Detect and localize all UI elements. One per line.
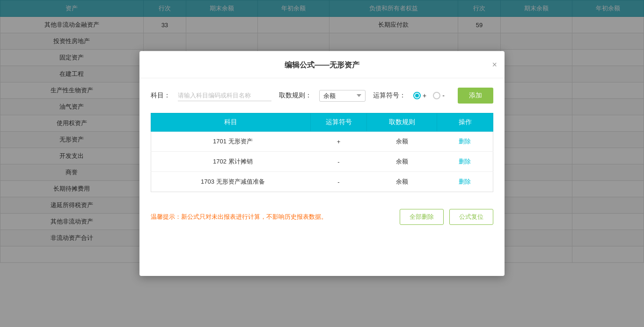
formula-action-cell: 删除: [437, 172, 493, 192]
formula-subject-cell: 1703 无形资产减值准备: [151, 172, 311, 192]
formula-rule-cell: 余额: [367, 152, 437, 172]
operator-label: 运算符号：: [373, 91, 406, 100]
formula-table-row: 1703 无形资产减值准备-余额删除: [151, 172, 493, 192]
operator-minus-radio[interactable]: [433, 92, 440, 99]
modal-close-button[interactable]: ×: [492, 60, 497, 69]
modal-footer: 温馨提示：新公式只对未出报表进行计算，不影响历史报表数据。 全部删除 公式复位: [139, 201, 505, 234]
modal-dialog: 编辑公式——无形资产 × 科目： 取数规则： 余额 借方发生额 贷方发生额 期初…: [139, 51, 505, 276]
formula-action-cell: 删除: [437, 132, 493, 152]
reset-formula-button[interactable]: 公式复位: [449, 209, 493, 225]
table-header-action: 操作: [437, 113, 493, 132]
formula-operator-cell: -: [311, 172, 367, 192]
formula-delete-button[interactable]: 删除: [459, 178, 471, 186]
formula-delete-button[interactable]: 删除: [459, 157, 471, 166]
footer-hint: 温馨提示：新公式只对未出报表进行计算，不影响历史报表数据。: [151, 213, 327, 221]
operator-plus-radio[interactable]: [413, 92, 421, 99]
operator-minus-item[interactable]: -: [433, 92, 445, 99]
formula-operator-cell: -: [311, 152, 367, 172]
rule-label: 取数规则：: [279, 91, 312, 100]
modal-overlay: 编辑公式——无形资产 × 科目： 取数规则： 余额 借方发生额 贷方发生额 期初…: [0, 0, 644, 327]
operator-plus-item[interactable]: +: [413, 92, 426, 99]
formula-delete-button[interactable]: 删除: [459, 137, 471, 146]
formula-action-cell: 删除: [437, 152, 493, 172]
operator-minus-label: -: [442, 92, 445, 99]
rule-select[interactable]: 余额 借方发生额 贷方发生额 期初余额: [319, 90, 366, 102]
table-header-subject: 科目: [151, 113, 311, 132]
formula-table-row: 1702 累计摊销-余额删除: [151, 152, 493, 172]
rule-select-wrap: 余额 借方发生额 贷方发生额 期初余额: [319, 90, 366, 102]
formula-form-row: 科目： 取数规则： 余额 借方发生额 贷方发生额 期初余额 运算符号： +: [151, 88, 493, 104]
formula-table-row: 1701 无形资产+余额删除: [151, 132, 493, 152]
formula-operator-cell: +: [311, 132, 367, 152]
subject-input[interactable]: [178, 90, 271, 101]
operator-radio-group: + -: [413, 92, 445, 99]
footer-hint-text: 温馨提示：新公式只对未出报表进行计算，不影响历史报表数据。: [151, 213, 327, 220]
formula-rule-cell: 余额: [367, 132, 437, 152]
modal-body: 科目： 取数规则： 余额 借方发生额 贷方发生额 期初余额 运算符号： +: [139, 78, 505, 201]
operator-plus-label: +: [423, 92, 426, 99]
formula-rule-cell: 余额: [367, 172, 437, 192]
formula-subject-cell: 1701 无形资产: [151, 132, 311, 152]
modal-title: 编辑公式——无形资产: [285, 61, 359, 69]
footer-buttons: 全部删除 公式复位: [400, 209, 493, 225]
modal-header: 编辑公式——无形资产 ×: [139, 51, 505, 78]
formula-subject-cell: 1702 累计摊销: [151, 152, 311, 172]
table-header-operator: 运算符号: [311, 113, 367, 132]
delete-all-button[interactable]: 全部删除: [400, 209, 444, 225]
subject-label: 科目：: [151, 91, 170, 100]
add-button[interactable]: 添加: [458, 88, 493, 104]
formula-table: 科目 运算符号 取数规则 操作 1701 无形资产+余额删除1702 累计摊销-…: [151, 113, 493, 192]
table-header-rule: 取数规则: [367, 113, 437, 132]
